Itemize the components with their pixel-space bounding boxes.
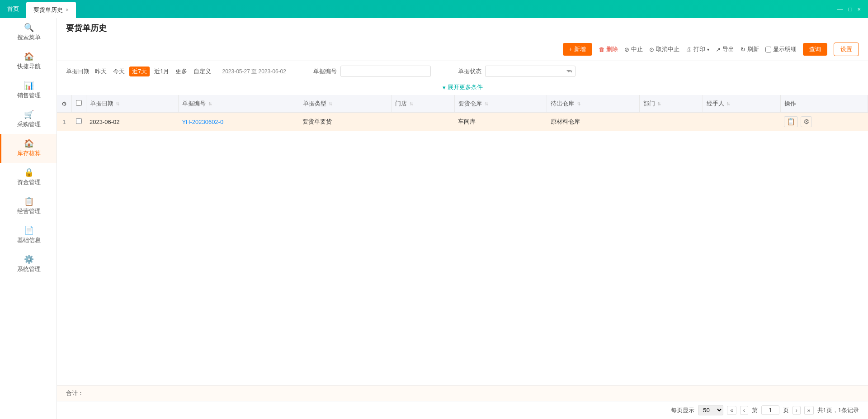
display-detail-checkbox[interactable] [765, 47, 771, 52]
next-page-btn[interactable]: › [793, 406, 801, 415]
tab-close-icon[interactable]: × [66, 7, 69, 13]
tab-list: 首页 要货单历史 × [0, 0, 76, 18]
toolbar-row: + 新增 🗑 删除 ⊘ 中止 ⊙ 取消中止 🖨 打印 ▾ ↗ 导出 [57, 39, 868, 61]
last-page-btn[interactable]: » [804, 406, 814, 415]
sidebar: 🔍 搜索菜单 🏠 快捷导航 📊 销售管理 🛒 采购管理 🏠 库存核算 🔒 资金管… [0, 18, 57, 419]
first-page-btn[interactable]: « [727, 406, 736, 415]
query-button[interactable]: 查询 [803, 43, 827, 56]
shortcut-custom[interactable]: 自定义 [192, 67, 213, 76]
shortcut-last7days[interactable]: 近7天 [129, 67, 150, 76]
cancel-stop-button[interactable]: ⊙ 取消中止 [649, 45, 679, 53]
print-dropdown-icon: ▾ [707, 47, 709, 52]
edit-action-icon[interactable]: ⚙ [801, 116, 812, 127]
delete-button[interactable]: 🗑 删除 [599, 45, 618, 53]
filter-group-date-range: 2023-05-27 至 2023-06-02 [222, 67, 286, 76]
print-button[interactable]: 🖨 打印 ▾ [686, 45, 709, 53]
export-button[interactable]: ↗ 导出 [716, 45, 734, 53]
filter-area: 单据日期 昨天 今天 近7天 近1月 更多 自定义 2023-05-27 至 2… [57, 61, 868, 95]
date-shortcuts: 昨天 今天 近7天 近1月 更多 自定义 [93, 67, 213, 76]
col-handler: 经手人 ⇅ [703, 95, 780, 113]
window-controls: — □ × [837, 6, 861, 13]
sidebar-item-quick-nav[interactable]: 🏠 快捷导航 [0, 47, 57, 76]
sidebar-item-sales-label: 销售管理 [17, 91, 41, 100]
sidebar-item-purchase[interactable]: 🛒 采购管理 [0, 105, 57, 134]
row-checkbox[interactable] [76, 118, 82, 124]
sidebar-item-finance[interactable]: 🔒 资金管理 [0, 163, 57, 192]
tab-requisition-history[interactable]: 要货单历史 × [26, 2, 76, 18]
page-suffix-label: 页 [783, 406, 789, 414]
col-doc-date: 单据日期 ⇅ [86, 95, 178, 113]
sidebar-item-system[interactable]: ⚙️ 系统管理 [0, 250, 57, 279]
tab-home[interactable]: 首页 [0, 0, 26, 18]
refresh-button[interactable]: ↻ 刷新 [741, 45, 759, 53]
sidebar-item-operations[interactable]: 📋 经营管理 [0, 192, 57, 221]
summary-label: 合计： [66, 390, 84, 396]
footer: 合计： 每页显示 10 20 50 100 « ‹ 第 页 › » 共1页，1条… [57, 385, 868, 419]
row-doc-no: YH-20230602-0 [178, 113, 299, 131]
sort-doc-type-icon[interactable]: ⇅ [329, 101, 332, 106]
select-all-checkbox[interactable] [76, 100, 82, 106]
row-num: 1 [57, 113, 71, 131]
window-close[interactable]: × [857, 6, 861, 13]
doc-no-input[interactable] [340, 66, 431, 77]
settings-button[interactable]: 设置 [834, 43, 859, 56]
table-header-row: ⚙ 单据日期 ⇅ 单据编号 ⇅ 单据类型 [57, 95, 868, 113]
sidebar-item-system-label: 系统管理 [17, 265, 41, 273]
sort-pending-warehouse-icon[interactable]: ⇅ [577, 101, 580, 106]
system-icon: ⚙️ [24, 255, 34, 263]
col-actions: 操作 [780, 95, 868, 113]
filter-group-docno: 单据编号 [313, 66, 431, 77]
page-num-input[interactable] [761, 405, 779, 415]
sidebar-item-quick-nav-label: 快捷导航 [17, 62, 41, 71]
doc-status-select[interactable] [485, 66, 576, 77]
row-doc-no-link[interactable]: YH-20230602-0 [182, 119, 223, 125]
home-icon: 🏠 [24, 52, 34, 61]
col-pending-warehouse: 待出仓库 ⇅ [547, 95, 639, 113]
window-maximize[interactable]: □ [849, 6, 852, 13]
sidebar-item-inventory[interactable]: 🏠 库存核算 [0, 134, 57, 163]
sort-department-icon[interactable]: ⇅ [657, 101, 661, 106]
per-page-label: 每页显示 [671, 406, 694, 414]
new-button[interactable]: + 新增 [563, 43, 592, 56]
sidebar-item-basic-info-label: 基础信息 [17, 236, 41, 244]
doc-date-label: 单据日期 [66, 67, 90, 76]
shortcut-more[interactable]: 更多 [174, 67, 189, 76]
filter-group-status: 单据状态 ▾ [458, 66, 572, 77]
summary-bar: 合计： [57, 386, 868, 401]
expand-more-btn[interactable]: ▾ 展开更多条件 [66, 81, 859, 95]
filter-row-1: 单据日期 昨天 今天 近7天 近1月 更多 自定义 2023-05-27 至 2… [66, 66, 859, 77]
basic-info-icon: 📄 [24, 226, 34, 234]
data-table: ⚙ 单据日期 ⇅ 单据编号 ⇅ 单据类型 [57, 95, 868, 131]
col-settings[interactable]: ⚙ [57, 95, 71, 113]
row-handler [703, 113, 780, 131]
finance-icon: 🔒 [24, 168, 34, 176]
sidebar-item-basic-info[interactable]: 📄 基础信息 [0, 221, 57, 250]
print-icon: 🖨 [686, 46, 692, 53]
row-checkbox-cell [71, 113, 86, 131]
sort-req-warehouse-icon[interactable]: ⇅ [485, 101, 488, 106]
view-action-icon[interactable]: 📋 [784, 116, 798, 127]
per-page-select[interactable]: 10 20 50 100 [698, 405, 723, 415]
sort-handler-icon[interactable]: ⇅ [726, 101, 730, 106]
pagination: 每页显示 10 20 50 100 « ‹ 第 页 › » 共1页，1条记录 [57, 401, 868, 419]
prev-page-btn[interactable]: ‹ [740, 406, 748, 415]
sidebar-item-sales[interactable]: 📊 销售管理 [0, 76, 57, 105]
stop-button[interactable]: ⊘ 中止 [624, 45, 643, 53]
window-minimize[interactable]: — [837, 6, 843, 13]
page-prefix-label: 第 [752, 406, 758, 414]
content: 要货单历史 + 新增 🗑 删除 ⊘ 中止 ⊙ 取消中止 🖨 打印 [57, 18, 868, 419]
action-icons: 📋 ⚙ [784, 116, 864, 127]
sort-doc-date-icon[interactable]: ⇅ [116, 101, 119, 106]
sidebar-item-search[interactable]: 🔍 搜索菜单 [0, 18, 57, 47]
sidebar-item-inventory-label: 库存核算 [17, 149, 41, 157]
top-bar: 首页 要货单历史 × — □ × [0, 0, 868, 18]
shortcut-today[interactable]: 今天 [111, 67, 127, 76]
shortcut-yesterday[interactable]: 昨天 [93, 67, 108, 76]
sidebar-item-search-label: 搜索菜单 [17, 33, 41, 42]
sort-store-icon[interactable]: ⇅ [410, 101, 413, 106]
display-detail-button[interactable]: 显示明细 [765, 45, 797, 53]
sort-doc-no-icon[interactable]: ⇅ [208, 101, 212, 106]
table-container[interactable]: ⚙ 单据日期 ⇅ 单据编号 ⇅ 单据类型 [57, 95, 868, 385]
shortcut-last1month[interactable]: 近1月 [152, 67, 171, 76]
delete-icon: 🗑 [599, 46, 604, 53]
